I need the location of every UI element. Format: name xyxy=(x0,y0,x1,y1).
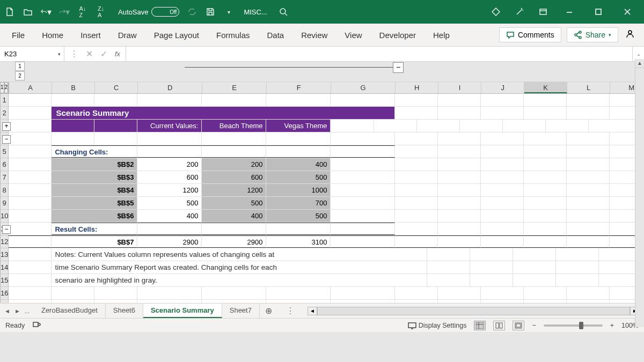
row-header-9[interactable]: 9 xyxy=(1,197,8,210)
svg-rect-14 xyxy=(516,324,521,327)
close-button[interactable] xyxy=(619,4,635,20)
zoom-out-button[interactable]: − xyxy=(532,322,536,329)
row-level-1[interactable]: 1 xyxy=(0,82,4,93)
tab-insert[interactable]: Insert xyxy=(72,27,109,43)
row-header-6[interactable]: 6 xyxy=(1,158,8,171)
formula-input[interactable] xyxy=(126,47,632,61)
col-header-I[interactable]: I xyxy=(438,82,481,93)
tab-formulas[interactable]: Formulas xyxy=(208,27,259,43)
zoom-slider[interactable] xyxy=(544,324,603,327)
row-header-8[interactable]: 8 xyxy=(1,184,8,197)
col-header-G[interactable]: G xyxy=(331,82,396,93)
fx-icon[interactable]: fx xyxy=(115,50,120,58)
tab-review[interactable]: Review xyxy=(292,27,336,43)
macro-record-icon[interactable] xyxy=(32,320,41,330)
hscroll-track[interactable] xyxy=(317,307,630,315)
minimize-button[interactable] xyxy=(561,4,577,20)
autosave-control[interactable]: AutoSave Off xyxy=(118,7,179,17)
new-file-icon[interactable] xyxy=(4,6,15,17)
tab-help[interactable]: Help xyxy=(425,27,458,43)
ribbon-tabs: File Home Insert Draw Page Layout Formul… xyxy=(0,24,644,46)
ribbon-mode-icon[interactable] xyxy=(538,6,548,17)
view-normal-icon[interactable] xyxy=(474,321,486,330)
refresh-icon[interactable] xyxy=(187,6,197,17)
search-icon[interactable] xyxy=(278,6,289,17)
comments-button[interactable]: Comments xyxy=(499,27,561,42)
col-header-K[interactable]: K xyxy=(524,82,567,93)
svg-point-8 xyxy=(38,323,40,326)
col-header-L[interactable]: L xyxy=(567,82,610,93)
sheet-tab-zerobasedbudget[interactable]: ZeroBasedBudget xyxy=(34,304,106,318)
tab-splitter[interactable]: ⋮ xyxy=(277,306,303,316)
sheet-tab-sheet7[interactable]: Sheet7 xyxy=(222,304,260,318)
display-settings-button[interactable]: Display Settings xyxy=(408,321,467,330)
row-header-10[interactable]: 10 xyxy=(1,210,8,223)
row-header-1[interactable]: 1 xyxy=(1,94,8,107)
column-outline-bar: 1 2 − xyxy=(0,62,644,82)
col-header-A[interactable]: A xyxy=(9,82,52,93)
diamond-icon[interactable] xyxy=(491,6,501,17)
name-box[interactable]: K23 xyxy=(0,47,64,61)
autosave-toggle[interactable]: Off xyxy=(151,7,179,17)
svg-rect-12 xyxy=(500,323,502,328)
share-button[interactable]: Share ▾ xyxy=(567,27,618,42)
vscroll-up[interactable]: ▲ xyxy=(635,59,644,68)
tab-data[interactable]: Data xyxy=(258,27,292,43)
open-file-icon[interactable] xyxy=(23,6,33,17)
cancel-icon[interactable]: ✕ xyxy=(86,49,93,59)
redo-icon[interactable]: ▾ xyxy=(59,6,70,17)
zoom-in-button[interactable]: + xyxy=(610,322,614,329)
col-header-D[interactable]: D xyxy=(138,82,202,93)
row-header-12[interactable]: 12 xyxy=(1,235,8,248)
dropdown-icon[interactable]: ⋮ xyxy=(70,49,78,59)
tab-developer[interactable]: Developer xyxy=(371,27,425,43)
sheet-nav-more[interactable]: ... xyxy=(25,308,30,314)
col-header-B[interactable]: B xyxy=(52,82,95,93)
col-header-F[interactable]: F xyxy=(267,82,331,93)
view-page-break-icon[interactable] xyxy=(513,321,524,330)
sort-asc-icon[interactable]: A↓Z xyxy=(77,6,88,17)
col-outline-collapse[interactable]: − xyxy=(393,62,404,73)
col-header-J[interactable]: J xyxy=(481,82,524,93)
user-icon[interactable] xyxy=(624,29,636,40)
tab-draw[interactable]: Draw xyxy=(109,27,145,43)
row-header-14[interactable]: 14 xyxy=(1,261,8,274)
row-header-13[interactable]: 13 xyxy=(1,248,8,261)
tab-view[interactable]: View xyxy=(336,27,370,43)
title-center: MISC... xyxy=(234,6,491,17)
sheet-nav-prev[interactable]: ◄ xyxy=(4,308,10,314)
col-level-1[interactable]: 1 xyxy=(15,62,25,71)
qat-dropdown-icon[interactable]: ▾ xyxy=(223,6,234,17)
tab-home[interactable]: Home xyxy=(33,27,72,43)
view-page-layout-icon[interactable] xyxy=(493,321,505,330)
save-icon[interactable] xyxy=(205,6,216,17)
autosave-label: AutoSave xyxy=(118,8,148,16)
sheet-nav-next[interactable]: ► xyxy=(14,308,20,314)
horizontal-scrollbar[interactable]: ◄ ► xyxy=(303,307,644,315)
undo-icon[interactable]: ▾ xyxy=(41,6,52,17)
row-header-5[interactable]: 5 xyxy=(1,145,8,158)
col-header-C[interactable]: C xyxy=(95,82,138,93)
row-level-2[interactable]: 2 xyxy=(4,82,9,93)
sheet-tab-sheet6[interactable]: Sheet6 xyxy=(106,304,143,318)
maximize-button[interactable] xyxy=(590,4,606,20)
col-header-E[interactable]: E xyxy=(202,82,267,93)
wand-icon[interactable] xyxy=(514,6,525,17)
zoom-thumb[interactable] xyxy=(579,322,583,329)
enter-icon[interactable]: ✓ xyxy=(100,49,107,59)
tab-page-layout[interactable]: Page Layout xyxy=(145,27,208,43)
tab-file[interactable]: File xyxy=(3,27,33,43)
hscroll-left[interactable]: ◄ xyxy=(308,307,317,315)
col-header-H[interactable]: H xyxy=(396,82,438,93)
row-header-2[interactable]: 2 xyxy=(1,107,8,120)
row-header-15[interactable]: 15 xyxy=(1,274,8,287)
row-header-16[interactable]: 16 xyxy=(1,287,8,300)
new-sheet-button[interactable]: ⊕ xyxy=(260,306,277,316)
vertical-scrollbar[interactable]: ▲ xyxy=(635,59,644,327)
sheet-tab-scenario-summary[interactable]: Scenario Summary xyxy=(143,304,222,318)
sort-desc-icon[interactable]: Z↓A xyxy=(96,6,106,17)
row-header-17[interactable]: 17 xyxy=(1,300,8,303)
cell-grid[interactable]: Scenario SummaryCurrent Values:Beach The… xyxy=(9,94,644,303)
col-level-2[interactable]: 2 xyxy=(15,71,25,80)
row-header-7[interactable]: 7 xyxy=(1,171,8,184)
